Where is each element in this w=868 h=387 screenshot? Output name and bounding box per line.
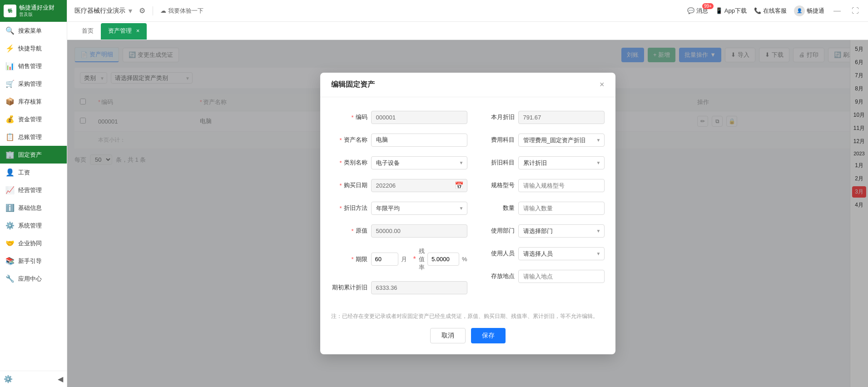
- collapse-icon[interactable]: ◀: [58, 375, 63, 383]
- topbar: 医疗器械行业演示 ▼ ⚙ ☁ 我要体验一下 💬 消息 99+ 📱 App下载 📞…: [67, 0, 868, 22]
- sidebar-item-collab[interactable]: 🤝 企业协同: [0, 234, 67, 252]
- person-select-wrap: 请选择人员: [518, 247, 605, 260]
- depreciation-method-select[interactable]: 年限平均: [371, 202, 467, 215]
- sales-icon: 📊: [5, 62, 15, 70]
- save-button[interactable]: 保存: [471, 328, 506, 343]
- avatar: 👤: [794, 5, 805, 16]
- sidebar-item-label: 总账管理: [18, 133, 42, 141]
- monthly-dep-input[interactable]: [518, 111, 605, 124]
- app-logo: 畅: [4, 5, 16, 17]
- app-edition: 普及版: [19, 11, 55, 18]
- search-icon: 🔍: [5, 26, 15, 35]
- experience-btn[interactable]: ☁ 我要体验一下: [160, 7, 203, 15]
- original-value-label: * 原值: [331, 227, 367, 235]
- dropdown-arrow-icon[interactable]: ▼: [127, 7, 134, 15]
- form-grid: * 编码 * 资产名称: [331, 106, 605, 299]
- form-right-col: 本月折旧 费用科目 管理费: [467, 106, 605, 299]
- sidebar-item-purchase[interactable]: 🛒 采购管理: [0, 75, 67, 93]
- flash-icon: ⚡: [5, 44, 15, 53]
- sidebar-item-label: 采购管理: [18, 80, 42, 88]
- settings-icon[interactable]: ⚙️: [4, 375, 13, 383]
- depreciation-method-label: * 折旧方法: [331, 204, 367, 212]
- sidebar-item-label: 应用中心: [18, 275, 42, 283]
- form-row-monthly-dep: 本月折旧: [478, 106, 605, 129]
- expense-subject-select[interactable]: 管理费用_固定资产折旧: [518, 134, 605, 147]
- period-acc-input[interactable]: [371, 281, 467, 294]
- user-menu[interactable]: 👤 畅捷通: [794, 5, 824, 16]
- category-select[interactable]: 电子设备: [371, 156, 467, 169]
- form-row-original-value: * 原值: [331, 220, 467, 243]
- tab-home[interactable]: 首页: [74, 23, 101, 40]
- purchase-date-label: * 购买日期: [331, 181, 367, 189]
- sidebar-item-salary[interactable]: 👤 工资: [0, 164, 67, 181]
- tab-close-icon[interactable]: ×: [136, 27, 140, 34]
- quantity-input[interactable]: [518, 202, 605, 215]
- tabbar: 首页 资产管理 ×: [67, 22, 868, 40]
- sidebar-item-label: 企业协同: [18, 239, 42, 248]
- sidebar-item-basic-info[interactable]: ℹ️ 基础信息: [0, 199, 67, 217]
- purchase-date-input[interactable]: [371, 179, 467, 192]
- customer-service-label: 在线客服: [763, 7, 787, 15]
- form-row-person: 使用人员 请选择人员: [478, 243, 605, 265]
- guide-icon: 📚: [5, 257, 15, 265]
- depreciation-method-select-wrap: 年限平均: [371, 202, 467, 215]
- notification-icon: 💬: [687, 7, 694, 14]
- sidebar-item-apps[interactable]: 🔧 应用中心: [0, 270, 67, 288]
- sidebar-item-system[interactable]: ⚙️ 系统管理: [0, 217, 67, 234]
- sidebar-item-guide[interactable]: 📚 新手引导: [0, 252, 67, 270]
- spec-label: 规格型号: [478, 181, 515, 189]
- tab-asset-management[interactable]: 资产管理 ×: [101, 23, 147, 40]
- category-label: * 类别名称: [331, 159, 367, 167]
- app-download-label: App下载: [724, 7, 747, 15]
- settings-gear-icon[interactable]: ⚙: [139, 6, 145, 15]
- edit-asset-modal: 编辑固定资产 × * 编码: [320, 73, 615, 354]
- app-download-btn[interactable]: 📱 App下载: [715, 7, 747, 15]
- form-row-asset-name: * 资产名称: [331, 129, 467, 152]
- period-input[interactable]: [371, 253, 398, 266]
- spec-input[interactable]: [518, 179, 605, 192]
- sidebar-item-quicknav[interactable]: ⚡ 快捷导航: [0, 40, 67, 57]
- sidebar-nav: 🔍 搜索菜单 ⚡ 快捷导航 📊 销售管理 🛒 采购管理 📦 库存核算 💰 资金管…: [0, 22, 67, 371]
- sidebar-item-label: 库存核算: [18, 98, 42, 106]
- sidebar-item-label: 快捷导航: [18, 45, 42, 53]
- maximize-button[interactable]: ⛶: [850, 5, 861, 17]
- dep-subject-select[interactable]: 累计折旧: [518, 156, 605, 169]
- cancel-button[interactable]: 取消: [430, 328, 466, 343]
- calendar-icon[interactable]: 📅: [455, 181, 464, 190]
- customer-service-btn[interactable]: 📞 在线客服: [754, 7, 787, 15]
- sidebar-item-fixed-assets[interactable]: 🏢 固定资产: [0, 146, 67, 164]
- modal-note: 注：已经存在变更记录或者对应固定资产已经生成凭证，原值、购买日期、残值率、累计折…: [320, 312, 615, 321]
- location-input[interactable]: [518, 270, 605, 283]
- person-select[interactable]: 请选择人员: [518, 247, 605, 260]
- original-value-input[interactable]: [371, 224, 467, 238]
- period-group: 月 * 残值率 %: [371, 247, 467, 272]
- sidebar-item-search[interactable]: 🔍 搜索菜单: [0, 22, 67, 40]
- modal-close-button[interactable]: ×: [600, 80, 605, 89]
- department-select[interactable]: 请选择部门: [518, 224, 605, 238]
- system-icon: ⚙️: [5, 221, 15, 230]
- notification-badge[interactable]: 💬 消息 99+: [687, 7, 708, 15]
- cloud-icon: ☁: [160, 7, 166, 14]
- code-input[interactable]: [371, 111, 467, 124]
- sidebar-item-management[interactable]: 📈 经营管理: [0, 181, 67, 199]
- minimize-button[interactable]: —: [832, 5, 843, 17]
- sidebar-item-ledger[interactable]: 📋 总账管理: [0, 128, 67, 146]
- residual-rate-unit: %: [462, 256, 467, 263]
- finance-icon: 💰: [5, 115, 15, 124]
- period-acc-label: 期初累计折旧: [331, 283, 367, 292]
- modal-body: * 编码 * 资产名称: [320, 97, 615, 308]
- sidebar-item-inventory[interactable]: 📦 库存核算: [0, 93, 67, 110]
- topbar-divider: [153, 6, 153, 15]
- form-row-depreciation-method: * 折旧方法 年限平均: [331, 197, 467, 220]
- expense-subject-select-wrap: 管理费用_固定资产折旧: [518, 134, 605, 147]
- asset-name-input[interactable]: [371, 134, 467, 147]
- service-icon: 📞: [754, 7, 761, 14]
- form-row-category: * 类别名称 电子设备: [331, 152, 467, 174]
- sidebar-item-finance[interactable]: 💰 资金管理: [0, 110, 67, 128]
- sidebar-item-sales[interactable]: 📊 销售管理: [0, 57, 67, 75]
- residual-rate-input[interactable]: [427, 253, 459, 266]
- inventory-icon: 📦: [5, 97, 15, 106]
- collab-icon: 🤝: [5, 239, 15, 248]
- topbar-right: 💬 消息 99+ 📱 App下载 📞 在线客服 👤 畅捷通 — ⛶: [687, 5, 861, 17]
- form-row-quantity: 数量: [478, 197, 605, 220]
